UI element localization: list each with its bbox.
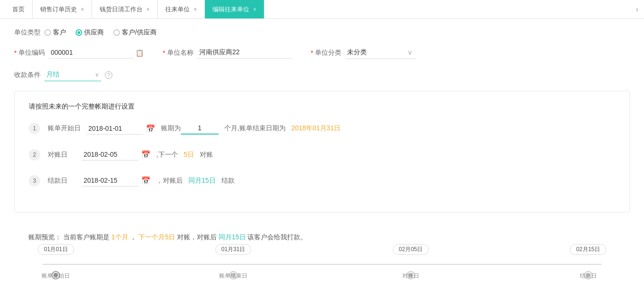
unit-category-dropdown[interactable]: 未分类 ∨ bbox=[345, 46, 416, 59]
unit-name-label: 单位名称 bbox=[167, 49, 194, 57]
unit-name-input[interactable] bbox=[197, 47, 292, 59]
row-label-start: 账单开始日 bbox=[48, 124, 81, 133]
preview-payment-day: 同月15日 bbox=[219, 233, 246, 241]
preview-section: 账期预览： 当前客户账期是 1个月 ， 下一个月5日 对账，对账后 同月15日 … bbox=[14, 222, 630, 285]
timeline-date-2: 01月31日 bbox=[215, 244, 252, 255]
timeline-label-4: 结款日 bbox=[580, 272, 597, 280]
preview-label: 账期预览： bbox=[28, 233, 61, 241]
timeline-point-2: 01月31日 账单结束日 bbox=[215, 257, 252, 280]
row-desc-3-after: 结款 bbox=[221, 177, 235, 185]
timeline-point-4: 02月15日 结款日 bbox=[570, 257, 606, 280]
help-icon[interactable]: ? bbox=[105, 71, 112, 79]
close-icon[interactable]: × bbox=[253, 6, 256, 13]
reconcile-day-highlight: 5日 bbox=[184, 151, 194, 159]
timeline-points: 01月01日 账单开始日 01月31日 账单结束日 02月05日 对账日 02月… bbox=[38, 257, 606, 280]
preview-end: 该客户会给我打款。 bbox=[247, 233, 307, 241]
timeline-date-3: 02月05日 bbox=[393, 244, 429, 255]
close-icon[interactable]: × bbox=[194, 6, 197, 13]
row-label-reconcile: 对账日 bbox=[48, 151, 76, 159]
unit-info-row: * 单位编码 📋 * 单位名称 * 单位分类 未分类 ∨ bbox=[14, 46, 630, 59]
row-number-2: 2 bbox=[29, 149, 40, 160]
radio-circle-both bbox=[113, 29, 120, 36]
radio-circle-customer bbox=[44, 29, 51, 36]
chevron-down-icon: ∨ bbox=[407, 49, 412, 56]
tab-partner[interactable]: 往来单位 × bbox=[158, 0, 205, 18]
required-star: * bbox=[311, 49, 313, 57]
payment-terms-label: 收款条件 bbox=[14, 71, 41, 79]
preview-mid1: ， bbox=[130, 233, 136, 241]
preview-before: 当前客户账期是 bbox=[63, 233, 110, 241]
timeline-point-1: 01月01日 账单开始日 bbox=[38, 257, 74, 280]
row-desc-2-before: ,下一个 bbox=[156, 151, 178, 159]
setting-row-3: 3 结款日 📅 ，对账后 同月15日 结款 bbox=[29, 175, 615, 186]
timeline: 01月01日 账单开始日 01月31日 账单结束日 02月05日 对账日 02月… bbox=[28, 257, 616, 280]
payment-terms-row: 收款条件 月结 ∨ ? bbox=[14, 68, 630, 81]
payment-date-input[interactable] bbox=[82, 175, 138, 186]
tab-sales-order[interactable]: 销售订单历史 × bbox=[33, 0, 92, 18]
timeline-date-1: 01月01日 bbox=[38, 244, 74, 255]
unit-type-row: 单位类型 客户 供应商 客户/供应商 bbox=[14, 28, 630, 37]
timeline-label-2: 账单结束日 bbox=[219, 272, 247, 280]
start-date-input[interactable] bbox=[86, 123, 143, 135]
period-input[interactable] bbox=[181, 122, 219, 135]
unit-category-group: * 单位分类 未分类 ∨ bbox=[311, 46, 416, 59]
unit-name-wrapper bbox=[197, 47, 292, 59]
row-desc-1-before: 账期为 bbox=[161, 124, 181, 133]
settings-title: 请按照未来的一个完整帐期进行设置 bbox=[29, 102, 615, 111]
tab-edit-partner[interactable]: 编辑往来单位 × bbox=[205, 0, 264, 18]
unit-code-label: 单位编码 bbox=[18, 49, 45, 57]
payment-terms-select[interactable]: 月结 ∨ bbox=[44, 68, 101, 81]
calendar-icon[interactable]: 📅 bbox=[146, 124, 155, 133]
tab-home[interactable]: 首页 bbox=[5, 0, 33, 18]
unit-name-group: * 单位名称 bbox=[162, 47, 291, 59]
row-label-payment: 结款日 bbox=[48, 177, 76, 185]
calendar-icon[interactable]: 📅 bbox=[141, 150, 151, 159]
radio-both[interactable]: 客户/供应商 bbox=[113, 28, 157, 37]
copy-icon[interactable]: 📋 bbox=[136, 49, 144, 57]
preview-reconcile-day: 下一个月5日 bbox=[138, 233, 175, 241]
reconcile-date-input[interactable] bbox=[82, 149, 138, 160]
unit-category-value: 未分类 bbox=[347, 48, 406, 57]
preview-mid2: 对账，对账后 bbox=[177, 233, 217, 241]
timeline-point-3: 02月05日 对账日 bbox=[393, 257, 429, 280]
close-icon[interactable]: × bbox=[146, 6, 150, 13]
tab-cash-desk[interactable]: 钱货日清工作台 × bbox=[92, 0, 158, 18]
unit-code-input[interactable] bbox=[49, 47, 134, 59]
main-content: 单位类型 客户 供应商 客户/供应商 * 单位编码 📋 bbox=[0, 19, 644, 287]
chevron-down-icon: ∨ bbox=[95, 71, 99, 78]
timeline-label-1: 账单开始日 bbox=[42, 272, 70, 280]
row-desc-1-after: 个月,账单结束日期为 bbox=[224, 124, 286, 133]
row-desc-3-before: ，对账后 bbox=[156, 177, 183, 185]
preview-period: 1个月 bbox=[111, 233, 128, 241]
payment-day-highlight: 同月15日 bbox=[188, 177, 216, 185]
unit-type-label: 单位类型 bbox=[14, 28, 41, 37]
timeline-label-3: 对账日 bbox=[402, 272, 419, 280]
setting-row-2: 2 对账日 📅 ,下一个 5日 对账 bbox=[29, 149, 615, 160]
timeline-date-4: 02月15日 bbox=[570, 244, 606, 255]
row-desc-2-after: 对账 bbox=[200, 151, 213, 159]
calendar-icon[interactable]: 📅 bbox=[141, 176, 151, 185]
required-star: * bbox=[162, 49, 165, 57]
setting-row-1: 1 账单开始日 📅 账期为 个月,账单结束日期为 2018年01月31日 bbox=[29, 122, 615, 135]
radio-supplier[interactable]: 供应商 bbox=[76, 28, 104, 37]
settings-box: 请按照未来的一个完整帐期进行设置 1 账单开始日 📅 账期为 个月,账单结束日期… bbox=[14, 91, 630, 212]
unit-category-label: 单位分类 bbox=[315, 49, 341, 57]
unit-type-radio-group: 客户 供应商 客户/供应商 bbox=[44, 28, 157, 37]
radio-circle-supplier bbox=[76, 29, 82, 36]
row-number-3: 3 bbox=[29, 175, 40, 186]
row-number-1: 1 bbox=[29, 123, 40, 134]
close-icon[interactable]: × bbox=[81, 6, 84, 13]
tab-bar: 首页 销售订单历史 × 钱货日清工作台 × 往来单位 × 编辑往来单位 × › bbox=[0, 0, 644, 19]
radio-customer[interactable]: 客户 bbox=[44, 28, 66, 37]
end-date-highlight: 2018年01月31日 bbox=[291, 124, 340, 133]
tab-arrow[interactable]: › bbox=[630, 5, 644, 14]
payment-terms-value: 月结 bbox=[46, 70, 93, 79]
preview-text: 账期预览： 当前客户账期是 1个月 ， 下一个月5日 对账，对账后 同月15日 … bbox=[28, 231, 616, 243]
required-star: * bbox=[14, 49, 17, 57]
unit-code-group: * 单位编码 📋 bbox=[14, 47, 144, 59]
unit-code-wrapper: 📋 bbox=[49, 47, 144, 59]
